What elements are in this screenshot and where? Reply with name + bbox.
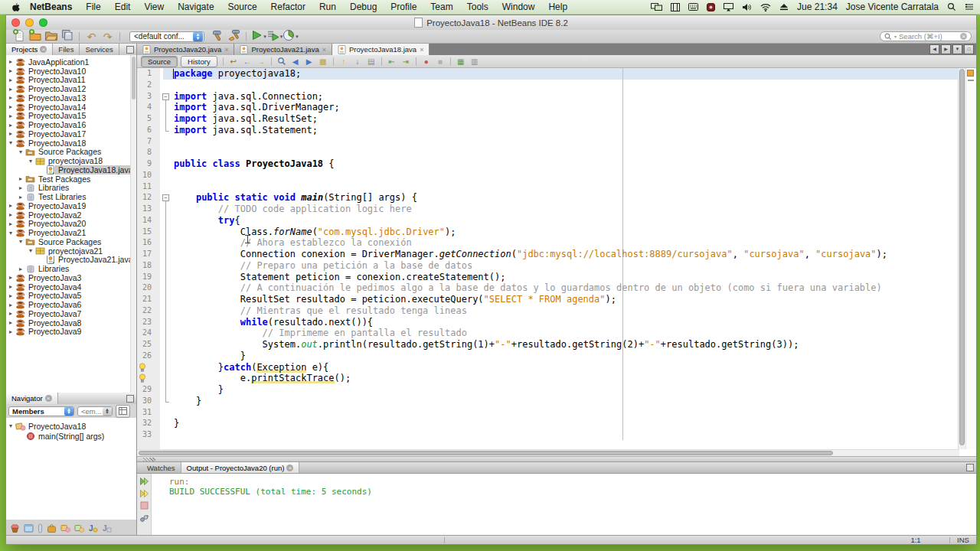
- line-number[interactable]: 15: [137, 227, 160, 238]
- line-number[interactable]: 33: [137, 429, 160, 441]
- expand-arrow-icon[interactable]: ▸: [7, 274, 15, 281]
- navigator-minimize-button[interactable]: [126, 395, 134, 403]
- menu-navigate[interactable]: Navigate: [178, 2, 214, 12]
- collapse-arrow-icon[interactable]: ▾: [27, 158, 34, 165]
- project-tree-row[interactable]: ▸ProyectoJava6: [6, 300, 136, 309]
- line-number[interactable]: 9: [137, 158, 160, 170]
- code-line[interactable]: [174, 136, 175, 148]
- expand-arrow-icon[interactable]: ▸: [17, 175, 24, 182]
- expand-arrow-icon[interactable]: ▸: [7, 328, 15, 335]
- editor-tab-proyectojava20-java[interactable]: ProyectoJava20.java×: [137, 44, 234, 55]
- code-line[interactable]: [174, 407, 175, 419]
- collapse-arrow-icon[interactable]: ▾: [7, 139, 15, 146]
- maximize-editor-button[interactable]: □: [964, 44, 974, 54]
- forward-icon[interactable]: →: [255, 56, 267, 67]
- line-number[interactable]: 32: [137, 418, 160, 429]
- menu-edit[interactable]: Edit: [115, 2, 131, 12]
- eject-icon[interactable]: [779, 3, 789, 11]
- code-fold-column[interactable]: −−: [160, 68, 174, 449]
- project-tree-row[interactable]: ▸ProyectoJava11: [6, 76, 136, 85]
- window-title-bar[interactable]: ProyectoJava18 - NetBeans IDE 8.2: [6, 15, 976, 31]
- new-file-button[interactable]: [11, 31, 27, 43]
- project-tree-row[interactable]: ▸ProyectoJava4: [6, 282, 136, 292]
- line-number[interactable]: 31: [137, 407, 160, 419]
- project-tree-row[interactable]: ▸ProyectoJava12: [6, 84, 136, 93]
- code-line[interactable]: [174, 181, 175, 193]
- close-tab-icon[interactable]: ×: [420, 46, 423, 54]
- code-line[interactable]: }: [174, 418, 887, 429]
- collapse-arrow-icon[interactable]: ▾: [27, 247, 34, 254]
- find-previous-icon[interactable]: ◀: [289, 56, 302, 67]
- collapse-arrow-icon[interactable]: ▾: [7, 422, 15, 429]
- code-line[interactable]: public static void main(String[] args) {: [174, 192, 887, 204]
- redo-button[interactable]: ↷: [100, 31, 116, 43]
- line-number[interactable]: 30: [137, 396, 160, 407]
- expand-arrow-icon[interactable]: ▸: [7, 302, 15, 308]
- code-line[interactable]: // A continuación le pedimos algo a la b…: [174, 282, 887, 294]
- line-number[interactable]: 13: [137, 204, 160, 215]
- line-number[interactable]: 4: [137, 102, 160, 113]
- menu-debug[interactable]: Debug: [350, 2, 377, 12]
- menu-profile[interactable]: Profile: [390, 2, 416, 12]
- code-lines[interactable]: package proyectojava18; import java.sql.…: [174, 68, 887, 441]
- code-line[interactable]: try{: [174, 215, 887, 227]
- line-number[interactable]: 26: [137, 350, 160, 362]
- output-maximize-button[interactable]: [966, 464, 974, 471]
- volume-icon[interactable]: [742, 3, 752, 11]
- code-line[interactable]: }catch(Exception e){: [174, 362, 887, 373]
- editor-horizontal-scrollbar[interactable]: [137, 449, 959, 456]
- code-line[interactable]: // TODO code application logic here: [174, 204, 887, 215]
- code-line[interactable]: import java.sql.Connection;: [174, 91, 887, 103]
- close-tab-icon[interactable]: ×: [322, 46, 326, 54]
- search-input[interactable]: ▾ Search (⌘+I) ×: [880, 31, 972, 41]
- menu-tools[interactable]: Tools: [467, 2, 488, 12]
- fold-collapse-icon[interactable]: −: [162, 194, 169, 201]
- save-all-button[interactable]: [59, 31, 75, 43]
- line-number[interactable]: 16: [137, 237, 160, 249]
- expand-arrow-icon[interactable]: ▸: [17, 266, 24, 272]
- project-tree-row[interactable]: ▸JavaApplication1: [6, 57, 136, 67]
- expand-arrow-icon[interactable]: ▸: [7, 220, 15, 227]
- collapse-arrow-icon[interactable]: ▾: [7, 230, 15, 236]
- expand-arrow-icon[interactable]: ▸: [7, 103, 15, 110]
- editor-vertical-scrollbar[interactable]: [958, 68, 965, 449]
- code-line[interactable]: import java.sql.ResultSet;: [174, 113, 887, 125]
- hint-bulb-icon[interactable]: [137, 373, 160, 384]
- project-tree-row[interactable]: ▸ProyectoJava9: [6, 328, 136, 337]
- tab-watches[interactable]: Watches: [142, 462, 181, 473]
- scroll-left-button[interactable]: ◀: [929, 44, 939, 54]
- code-line[interactable]: }: [174, 396, 887, 407]
- close-window-button[interactable]: [11, 18, 20, 27]
- code-line[interactable]: Statement peticion = conexion.createStat…: [174, 272, 887, 283]
- code-line[interactable]: while(resultado.next()){: [174, 317, 887, 328]
- new-project-button[interactable]: [27, 31, 43, 43]
- open-project-button[interactable]: [43, 31, 59, 43]
- project-tree-row[interactable]: ▸ProyectoJava15: [6, 112, 136, 121]
- toggle-highlight-icon[interactable]: ▩: [317, 56, 329, 67]
- projects-tree-scrollbar[interactable]: [130, 55, 136, 393]
- project-tree-row[interactable]: ▾ProyectoJava21: [6, 228, 136, 237]
- code-line[interactable]: Class.forName("com.mysql.jdbc.Driver");: [174, 227, 887, 238]
- line-number[interactable]: 2: [137, 80, 160, 91]
- notification-center-icon[interactable]: [965, 3, 974, 11]
- project-tree-row[interactable]: ▸ProyectoJava19: [6, 201, 136, 210]
- navigator-filter-select[interactable]: <em... ▲▼: [77, 406, 113, 416]
- error-stripe[interactable]: [965, 68, 976, 449]
- expand-arrow-icon[interactable]: ▸: [7, 122, 15, 129]
- line-number-gutter[interactable]: 1234567891011121314151617181920212223242…: [137, 68, 160, 449]
- jsp-gray-icon[interactable]: J: [102, 523, 112, 533]
- expand-arrow-icon[interactable]: ▸: [7, 283, 15, 290]
- close-tab-icon[interactable]: ×: [224, 46, 228, 54]
- code-line[interactable]: [174, 429, 175, 441]
- line-number[interactable]: 12: [137, 192, 160, 204]
- rerun-button[interactable]: [139, 476, 149, 486]
- menu-file[interactable]: File: [86, 2, 100, 12]
- code-line[interactable]: Connection conexion = DriverManager.getC…: [174, 249, 887, 260]
- code-editor-surface[interactable]: 1234567891011121314151617181920212223242…: [137, 68, 959, 449]
- expand-arrow-icon[interactable]: ▸: [7, 94, 15, 101]
- project-tree-row[interactable]: ▸ProyectoJava13: [6, 93, 136, 103]
- line-number[interactable]: 24: [137, 328, 160, 339]
- code-line[interactable]: ResultSet resultado = peticion.executeQu…: [174, 294, 887, 305]
- projects-minimize-button[interactable]: [126, 46, 134, 54]
- project-tree-row[interactable]: ▸Libraries: [6, 264, 136, 273]
